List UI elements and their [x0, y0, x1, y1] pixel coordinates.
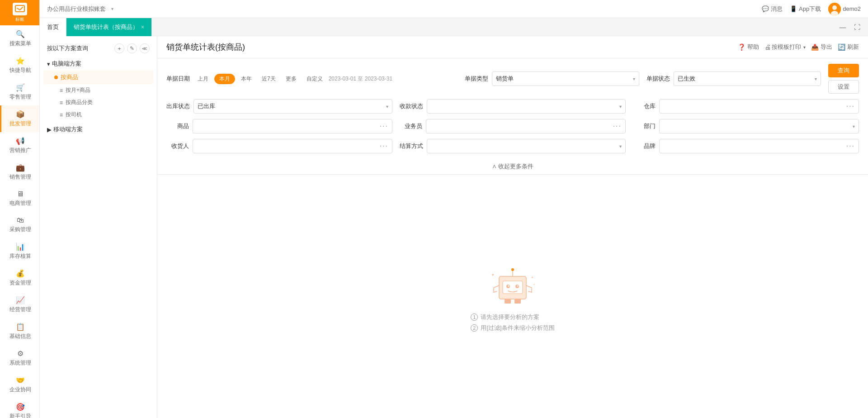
- breadcrumb-dropdown-icon[interactable]: ▾: [111, 6, 113, 11]
- warehouse-status-input[interactable]: 已出库 ▾: [193, 99, 392, 114]
- tab-minimize-button[interactable]: —: [837, 22, 848, 33]
- date-btn-custom[interactable]: 自定义: [302, 74, 327, 84]
- sidebar-item-marketing[interactable]: 📢 营销推广: [0, 132, 40, 159]
- brand-input[interactable]: ···: [659, 139, 859, 153]
- filter-row-2: 出库状态 已出库 ▾ 收款状态 ▾ 仓库: [166, 99, 859, 114]
- help-button[interactable]: ❓ 帮助: [738, 43, 759, 51]
- refresh-button[interactable]: 🔄 刷新: [838, 43, 859, 51]
- filter-panel-header: 按以下方案查询 + ✎ ≪: [40, 42, 157, 57]
- sidebar-item-purchase[interactable]: 🛍 采购管理: [0, 212, 40, 238]
- filter-add-button[interactable]: +: [114, 43, 124, 53]
- date-btn-this-year[interactable]: 本年: [237, 74, 256, 84]
- svg-rect-13: [514, 299, 521, 304]
- consignee-input[interactable]: ···: [193, 139, 392, 153]
- warehouse-status-label: 出库状态: [166, 102, 190, 110]
- date-quick-buttons: 上月 本月 本年 近7天 更多 自定义 2023-03-01 至 2023-03…: [193, 74, 458, 84]
- sidebar-business-label: 经营管理: [9, 306, 31, 314]
- tab-active-label: 销货单统计表（按商品）: [74, 23, 138, 31]
- filter-by-product-category-label: 按商品分类: [66, 99, 93, 106]
- settings-button[interactable]: 设置: [828, 80, 859, 94]
- payment-status-input[interactable]: ▾: [427, 99, 626, 114]
- export-icon: 📤: [811, 43, 819, 51]
- doc-status-value: 已生效: [678, 75, 695, 83]
- product-input[interactable]: ···: [193, 119, 392, 133]
- warehouse-status-value: 已出库: [198, 102, 215, 110]
- query-button[interactable]: 查询: [828, 64, 859, 77]
- empty-tip-2-text: 用[过滤]条件来缩小分析范围: [481, 324, 554, 332]
- department-arrow: ▾: [853, 124, 855, 129]
- sidebar-item-wholesale[interactable]: 📦 批发管理: [0, 105, 40, 132]
- svg-point-2: [832, 5, 837, 10]
- product-field: 商品 ···: [166, 119, 392, 133]
- print-label: 按模板打印: [772, 43, 801, 51]
- department-input[interactable]: ▾: [659, 119, 859, 133]
- sidebar-item-business[interactable]: 📈 经营管理: [0, 291, 40, 318]
- doc-status-input[interactable]: 已生效 ▾: [674, 71, 821, 86]
- print-template-button[interactable]: 🖨 按模板打印 ▾: [764, 43, 806, 51]
- date-btn-last-month[interactable]: 上月: [193, 74, 212, 84]
- download-icon: 📱: [790, 5, 797, 12]
- inventory-icon: 📊: [16, 242, 25, 251]
- retail-icon: 🛒: [16, 83, 25, 92]
- help-label: 帮助: [747, 43, 759, 51]
- sidebar-item-guide[interactable]: 🎯 新手引导: [0, 398, 40, 418]
- finance-icon: 💰: [16, 269, 25, 278]
- sidebar-search[interactable]: 🔍 搜索菜单: [0, 25, 40, 52]
- doc-status-field: 单据状态 已生效 ▾: [646, 71, 821, 86]
- brand-field: 品牌 ···: [633, 139, 859, 153]
- app-label: 标账: [15, 16, 24, 23]
- tip-num-1: 1: [471, 314, 478, 321]
- sidebar-item-sales[interactable]: 💼 销售管理: [0, 159, 40, 185]
- filter-by-month-product[interactable]: ≡ 按月+商品: [43, 84, 153, 96]
- message-label: 消息: [771, 5, 783, 13]
- sidebar-ecommerce-label: 电商管理: [9, 200, 31, 207]
- pc-section-toggle[interactable]: ▾ 电脑端方案: [43, 57, 153, 71]
- sidebar-quick-nav[interactable]: ⭐ 快捷导航: [0, 52, 40, 79]
- app-download-button[interactable]: 📱 App下载: [790, 5, 821, 13]
- date-btn-this-month[interactable]: 本月: [214, 74, 235, 84]
- tab-maximize-button[interactable]: ⛶: [852, 22, 863, 33]
- collapse-label: ∧ 收起更多条件: [492, 162, 534, 171]
- filter-by-product[interactable]: 按商品: [43, 71, 153, 84]
- list-icon: ≡: [60, 87, 63, 94]
- message-button[interactable]: 💬 消息: [762, 5, 783, 13]
- sidebar-item-basic[interactable]: 📋 基础信息: [0, 318, 40, 345]
- salesperson-input[interactable]: ···: [426, 119, 626, 133]
- storage-input[interactable]: ···: [659, 99, 859, 114]
- sidebar-item-finance[interactable]: 💰 资金管理: [0, 265, 40, 291]
- sidebar-item-retail[interactable]: 🛒 零售管理: [0, 79, 40, 105]
- collapse-button[interactable]: ∧ 收起更多条件: [492, 162, 534, 171]
- user-profile[interactable]: demo2: [828, 3, 861, 15]
- tab-home-label: 首页: [47, 23, 59, 31]
- filter-edit-button[interactable]: ✎: [127, 43, 137, 53]
- tip-num-2: 2: [471, 324, 478, 332]
- settlement-input[interactable]: ▾: [427, 139, 626, 153]
- search-icon: 🔍: [16, 30, 25, 38]
- tab-close-icon[interactable]: ×: [141, 24, 144, 30]
- filter-by-product-category[interactable]: ≡ 按商品分类: [43, 96, 153, 109]
- tab-home[interactable]: 首页: [40, 18, 66, 36]
- consignee-field: 收货人 ···: [166, 139, 392, 153]
- date-btn-7days[interactable]: 近7天: [258, 74, 280, 84]
- sidebar-item-system[interactable]: ⚙ 系统管理: [0, 345, 40, 371]
- sidebar-item-ecommerce[interactable]: 🖥 电商管理: [0, 185, 40, 212]
- page-header: 销货单统计表(按商品) ❓ 帮助 🖨 按模板打印 ▾ 📤: [157, 36, 868, 58]
- sidebar-item-inventory[interactable]: 📊 库存核算: [0, 238, 40, 265]
- filter-by-cashier[interactable]: ≡ 按司机: [43, 109, 153, 121]
- doc-type-input[interactable]: 销货单 ▾: [492, 71, 639, 86]
- main-content: 销货单统计表(按商品) ❓ 帮助 🖨 按模板打印 ▾ 📤: [157, 36, 868, 418]
- product-label: 商品: [166, 122, 189, 130]
- filter-collapse-button[interactable]: ≪: [140, 43, 150, 53]
- mobile-section-toggle[interactable]: ▶ 移动端方案: [43, 123, 153, 136]
- tab-active[interactable]: 销货单统计表（按商品） ×: [66, 18, 152, 36]
- warehouse-status-field: 出库状态 已出库 ▾: [166, 99, 392, 114]
- ecommerce-icon: 🖥: [17, 190, 24, 198]
- sidebar-inventory-label: 库存核算: [9, 252, 31, 260]
- sidebar-item-enterprise[interactable]: 🤝 企业协同: [0, 371, 40, 398]
- filter-row-1: 单据日期 上月 本月 本年 近7天 更多 自定义 2023-03-01 至 20…: [166, 64, 859, 94]
- brand-label: 品牌: [633, 142, 656, 150]
- date-btn-more[interactable]: 更多: [282, 74, 301, 84]
- export-button[interactable]: 📤 导出: [811, 43, 832, 51]
- mobile-filter-section: ▶ 移动端方案: [40, 123, 157, 136]
- brand-dots: ···: [846, 142, 855, 150]
